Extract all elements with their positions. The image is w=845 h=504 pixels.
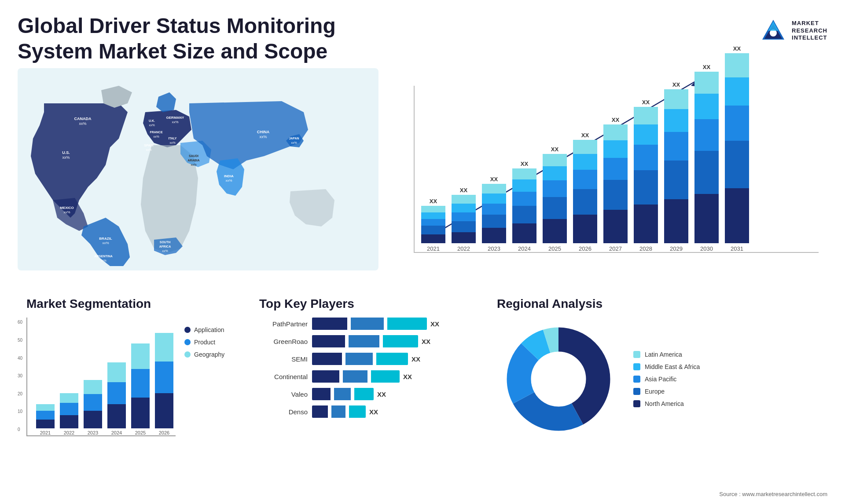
player-xx: XX xyxy=(430,320,439,328)
svg-text:xx%: xx% xyxy=(100,259,106,262)
bar-group-2025: XX 2025 xyxy=(543,146,567,252)
svg-marker-3 xyxy=(768,21,779,31)
bar-chart-container: XX 2021 XX xyxy=(414,86,819,253)
legend-europe-dot xyxy=(633,388,640,395)
legend-middle-east-africa-label: Middle East & Africa xyxy=(645,363,700,370)
player-bar-mid xyxy=(349,335,379,347)
svg-text:xx%: xx% xyxy=(291,141,297,144)
player-name: PathPartner xyxy=(259,320,308,328)
world-map-section: CANADA xx% U.S. xx% MEXICO xx% BRAZIL xx… xyxy=(18,68,378,288)
svg-text:xx%: xx% xyxy=(162,249,168,252)
svg-text:U.K.: U.K. xyxy=(149,119,155,122)
legend-application-label: Application xyxy=(194,326,224,333)
svg-text:ITALY: ITALY xyxy=(168,137,176,140)
svg-text:xx%: xx% xyxy=(153,135,159,138)
main-bar-chart-section: XX XX xyxy=(392,68,827,288)
legend-application: Application xyxy=(184,326,242,333)
legend-asia-pacific: Asia Pacific xyxy=(633,376,700,383)
player-name: Denso xyxy=(259,408,308,416)
seg-bars: 60 50 40 30 20 10 0 xyxy=(26,318,176,436)
svg-text:xx%: xx% xyxy=(259,135,267,139)
players-title: Top Key Players xyxy=(259,297,479,311)
svg-text:xx%: xx% xyxy=(225,179,232,183)
svg-text:SPAIN: SPAIN xyxy=(144,144,154,147)
player-name: Continental xyxy=(259,373,308,380)
logo-text: MARKET RESEARCH INTELLECT xyxy=(792,20,827,42)
donut-chart-svg xyxy=(497,318,620,441)
legend-asia-pacific-dot xyxy=(633,376,640,383)
svg-text:xx%: xx% xyxy=(102,241,109,245)
segmentation-section: Market Segmentation 60 50 40 30 20 10 xyxy=(18,292,250,504)
bar-group-2026: XX 2026 xyxy=(573,132,597,252)
regional-title: Regional Analysis xyxy=(497,297,819,311)
player-bars: XX xyxy=(312,405,378,418)
player-bar-dark xyxy=(312,318,347,330)
legend-product-dot xyxy=(184,339,191,345)
bar-group-2021: XX 2021 xyxy=(421,198,445,252)
svg-text:xx%: xx% xyxy=(146,148,151,151)
player-bar-light xyxy=(383,335,418,347)
main-content: CANADA xx% U.S. xx% MEXICO xx% BRAZIL xx… xyxy=(0,68,845,504)
player-xx: XX xyxy=(369,408,378,416)
bar-group-2023: XX 2023 xyxy=(482,176,506,252)
svg-text:xx%: xx% xyxy=(62,155,70,160)
player-bar-mid xyxy=(345,353,373,365)
logo-icon xyxy=(760,18,786,44)
player-bars: XX xyxy=(312,335,430,347)
player-bar-light xyxy=(354,388,374,400)
regional-section: Regional Analysis xyxy=(488,292,827,504)
legend-latin-america-dot xyxy=(633,351,640,358)
player-name: Valeo xyxy=(259,391,308,398)
bar-group-2031: XX 2031 xyxy=(725,45,749,252)
legend-middle-east-africa-dot xyxy=(633,363,640,370)
bar-group-2027: XX 2027 xyxy=(603,117,628,252)
seg-bar-2024: 2024 xyxy=(107,362,126,435)
player-bar-dark xyxy=(312,388,331,400)
logo: MARKET RESEARCH INTELLECT xyxy=(760,18,827,44)
seg-bar-2022: 2022 xyxy=(60,393,78,435)
top-row: CANADA xx% U.S. xx% MEXICO xx% BRAZIL xx… xyxy=(18,68,827,288)
svg-text:ARGENTINA: ARGENTINA xyxy=(94,255,113,258)
bottom-row: Market Segmentation 60 50 40 30 20 10 xyxy=(18,292,827,504)
page-header: Global Driver Status Monitoring System M… xyxy=(0,0,845,68)
svg-text:MEXICO: MEXICO xyxy=(60,206,74,210)
seg-chart-area: 60 50 40 30 20 10 0 xyxy=(26,318,176,436)
player-bar-mid xyxy=(331,405,345,418)
legend-latin-america: Latin America xyxy=(633,351,700,358)
svg-text:JAPAN: JAPAN xyxy=(289,137,299,140)
donut-legend: Latin America Middle East & Africa Asia … xyxy=(633,351,700,407)
seg-bar-2026: 2026 xyxy=(155,333,173,435)
svg-text:U.S.: U.S. xyxy=(62,150,70,155)
player-bar-light xyxy=(376,353,408,365)
legend-europe: Europe xyxy=(633,388,700,395)
bar-group-2028: XX 2028 xyxy=(634,99,658,252)
svg-text:CHINA: CHINA xyxy=(257,130,270,134)
svg-text:xx%: xx% xyxy=(149,124,154,127)
svg-text:xx%: xx% xyxy=(169,141,175,144)
svg-text:xx%: xx% xyxy=(172,120,178,124)
svg-text:GERMANY: GERMANY xyxy=(166,116,185,120)
legend-geography: Geography xyxy=(184,351,242,358)
players-list: PathPartner XX GreenRoao XX xyxy=(259,318,479,418)
svg-text:INDIA: INDIA xyxy=(224,174,234,178)
legend-europe-label: Europe xyxy=(645,388,665,395)
bar-group-2030: XX 2030 xyxy=(694,64,719,252)
segmentation-content: 60 50 40 30 20 10 0 xyxy=(26,318,242,436)
player-xx: XX xyxy=(422,338,430,345)
legend-application-dot xyxy=(184,327,191,333)
seg-bar-2023: 2023 xyxy=(84,380,102,435)
legend-product-label: Product xyxy=(194,339,215,346)
svg-point-45 xyxy=(531,352,586,406)
player-bar-mid xyxy=(343,370,367,383)
player-bars: XX xyxy=(312,353,420,365)
legend-north-america-label: North America xyxy=(645,400,684,407)
world-map-svg: CANADA xx% U.S. xx% MEXICO xx% BRAZIL xx… xyxy=(18,68,378,270)
player-name: SEMI xyxy=(259,355,308,363)
legend-product: Product xyxy=(184,339,242,346)
page-title: Global Driver Status Monitoring System M… xyxy=(18,13,414,64)
player-bars: XX xyxy=(312,388,386,400)
svg-text:SAUDI: SAUDI xyxy=(189,154,198,157)
legend-middle-east-africa: Middle East & Africa xyxy=(633,363,700,370)
bar-group-2024: XX 2024 xyxy=(512,161,536,252)
players-section: Top Key Players PathPartner XX GreenRoao xyxy=(250,292,488,504)
